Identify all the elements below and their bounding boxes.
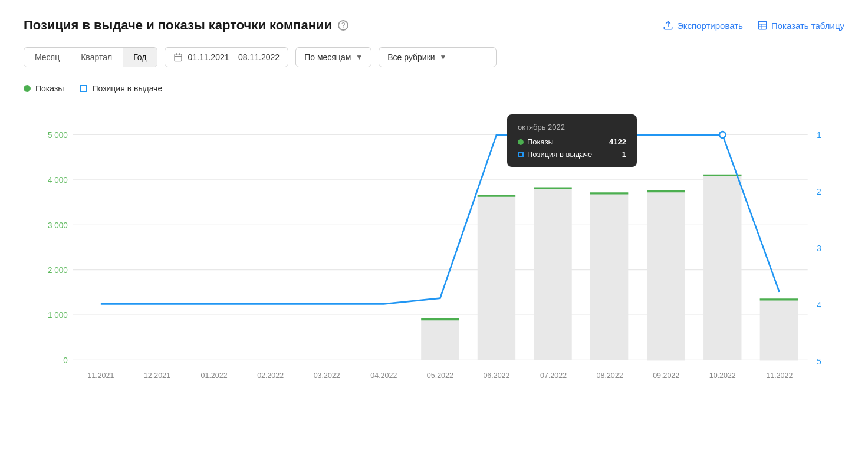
date-range-value: 01.11.2021 – 08.11.2022 [188,52,280,62]
export-button[interactable]: Экспортировать [663,20,743,31]
position-dot-10-2022 [719,132,725,138]
chevron-down-icon: ▼ [356,53,363,61]
page-header: Позиция в выдаче и показы карточки компа… [24,18,844,33]
svg-text:3: 3 [817,244,821,253]
bar-10-2022 [703,175,741,360]
svg-text:07.2022: 07.2022 [540,371,567,380]
header-left: Позиция в выдаче и показы карточки компа… [24,18,348,33]
svg-text:09.2022: 09.2022 [653,371,679,380]
tab-quarter[interactable]: Квартал [70,48,123,67]
svg-text:3 000: 3 000 [48,220,68,229]
svg-text:4: 4 [817,300,821,310]
svg-text:03.2022: 03.2022 [314,371,340,380]
page-title: Позиция в выдаче и показы карточки компа… [24,18,332,33]
svg-text:12.2021: 12.2021 [144,371,170,380]
svg-text:5 000: 5 000 [48,130,68,140]
legend-position-icon [80,85,87,92]
period-tabs: Месяц Квартал Год [24,47,157,67]
bar-07-2022 [534,188,571,360]
bar-09-2022 [647,192,685,361]
svg-text:5: 5 [817,357,821,366]
svg-text:0: 0 [63,356,68,365]
svg-rect-4 [175,54,182,61]
tab-year[interactable]: Год [123,48,157,67]
legend-shows: Показы [24,84,64,93]
bar-08-2022 [590,193,628,360]
svg-text:1: 1 [817,130,821,140]
svg-text:2: 2 [817,187,821,196]
rubric-dropdown[interactable]: Все рубрики ▼ [379,47,497,67]
legend-shows-icon [24,85,31,92]
rubric-value: Все рубрики [387,52,435,62]
header-actions: Экспортировать Показать таблицу [663,20,844,31]
svg-text:1 000: 1 000 [48,310,68,320]
table-icon [757,20,768,31]
legend-position: Позиция в выдаче [80,84,162,93]
svg-text:01.2022: 01.2022 [201,371,228,380]
legend-shows-label: Показы [35,84,64,93]
svg-text:06.2022: 06.2022 [483,371,509,380]
svg-text:02.2022: 02.2022 [257,371,284,380]
svg-text:11.2022: 11.2022 [766,371,793,380]
bar-11-2022 [760,300,798,361]
svg-text:04.2022: 04.2022 [370,371,397,380]
bar-06-2022 [478,196,515,360]
svg-text:11.2021: 11.2021 [87,371,114,380]
help-icon[interactable]: ? [338,20,348,31]
grouping-value: По месяцам [304,52,351,62]
svg-text:08.2022: 08.2022 [597,371,623,380]
svg-text:4 000: 4 000 [48,175,68,185]
svg-text:2 000: 2 000 [48,265,68,275]
chart-svg: .y-label-left { font-size: 13px; fill: #… [24,103,844,386]
show-table-button[interactable]: Показать таблицу [757,20,844,31]
rubric-chevron-icon: ▼ [440,53,447,61]
tab-month[interactable]: Месяц [24,48,70,67]
legend-position-label: Позиция в выдаче [92,84,162,93]
export-icon [663,20,673,31]
grouping-dropdown[interactable]: По месяцам ▼ [295,47,371,67]
controls-bar: Месяц Квартал Год 01.11.2021 – 08.11.202… [24,47,844,67]
date-range-picker[interactable]: 01.11.2021 – 08.11.2022 [165,47,288,67]
calendar-icon [173,52,183,62]
svg-rect-0 [758,21,767,29]
chart-container: .y-label-left { font-size: 13px; fill: #… [24,103,844,386]
bar-05-2022 [421,320,459,360]
svg-text:10.2022: 10.2022 [709,371,736,380]
svg-text:05.2022: 05.2022 [427,371,453,380]
chart-legend: Показы Позиция в выдаче [24,84,844,93]
